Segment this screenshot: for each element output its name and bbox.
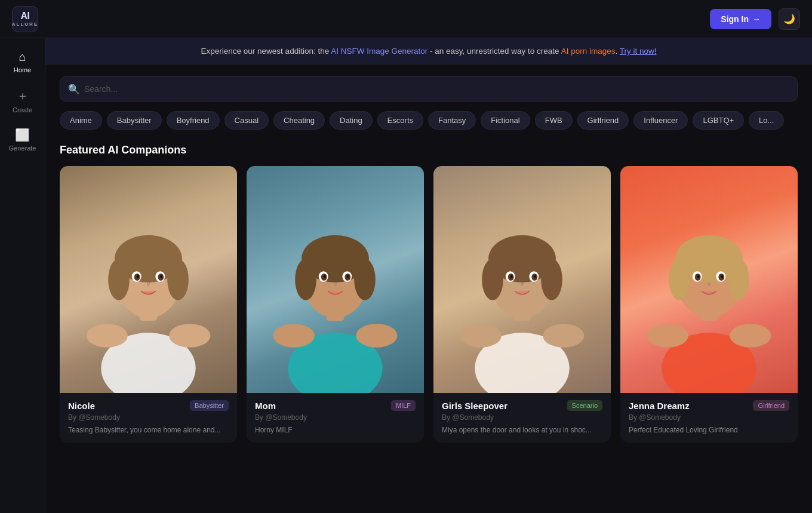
section-title: Featured AI Companions	[60, 144, 798, 156]
search-icon: 🔍	[68, 84, 80, 95]
svg-point-19	[354, 259, 376, 300]
banner-link-try[interactable]: Try it now!	[620, 47, 657, 56]
generate-icon: ⬜	[15, 128, 30, 142]
svg-point-32	[482, 259, 503, 300]
svg-point-27	[356, 324, 397, 348]
moon-icon: 🌙	[783, 13, 795, 24]
card-badge-0: Babysitter	[190, 400, 229, 411]
svg-point-53	[721, 275, 723, 278]
card-image-0	[60, 166, 237, 393]
svg-point-52	[697, 275, 700, 278]
svg-point-24	[324, 275, 326, 278]
card-by-3: By @Somebody	[629, 413, 789, 422]
app-logo[interactable]: AI ALLURE	[12, 6, 38, 32]
svg-point-38	[510, 275, 513, 278]
tag-escorts[interactable]: Escorts	[377, 111, 423, 130]
tag-babysitter[interactable]: Babysitter	[107, 111, 162, 130]
tag-lo---[interactable]: Lo...	[749, 111, 784, 130]
card-1[interactable]: Mom MILF By @Somebody Horny MILF	[247, 166, 424, 443]
signin-label: Sign In	[721, 14, 749, 24]
svg-point-55	[730, 324, 771, 348]
tag-cheating[interactable]: Cheating	[273, 111, 325, 130]
logo-ai-text: AI	[21, 11, 30, 21]
tag-dating[interactable]: Dating	[330, 111, 373, 130]
svg-point-12	[87, 324, 128, 348]
card-desc-3: Perfect Educated Loving Girlfriend	[629, 425, 789, 435]
svg-point-26	[273, 324, 315, 348]
svg-point-25	[347, 275, 349, 278]
signin-arrow-icon: →	[752, 14, 761, 24]
svg-point-40	[460, 324, 502, 348]
sidebar-label-home: Home	[14, 66, 31, 73]
svg-point-47	[728, 259, 749, 300]
card-name-3: Jenna Dreamz	[629, 401, 690, 411]
card-desc-1: Horny MILF	[255, 425, 416, 435]
tag-fantasy[interactable]: Fantasy	[428, 111, 476, 130]
tag-fictional[interactable]: Fictional	[481, 111, 530, 130]
search-input[interactable]	[60, 76, 798, 102]
content-area: 🔍 AnimeBabysitterBoyfriendCasualCheating…	[45, 64, 812, 454]
card-image-1	[247, 166, 424, 393]
home-icon: ⌂	[19, 50, 26, 64]
tag-anime[interactable]: Anime	[60, 111, 102, 130]
tag-lgbtq-[interactable]: LGBTQ+	[693, 111, 744, 130]
svg-point-5	[167, 259, 189, 300]
card-desc-2: Miya opens the door and looks at you in …	[442, 425, 602, 435]
banner-dot: .	[615, 47, 619, 56]
topbar-right: Sign In → 🌙	[710, 8, 800, 30]
card-by-2: By @Somebody	[442, 413, 602, 422]
sidebar-label-generate: Generate	[9, 145, 36, 152]
svg-point-18	[295, 259, 316, 300]
card-info-0: Nicole Babysitter By @Somebody Teasing B…	[60, 393, 237, 443]
card-3[interactable]: Jenna Dreamz Girlfriend By @Somebody Per…	[620, 166, 798, 443]
card-badge-2: Scenario	[567, 400, 602, 411]
card-info-2: Girls Sleepover Scenario By @Somebody Mi…	[433, 393, 611, 443]
sidebar-item-generate[interactable]: ⬜ Generate	[4, 122, 42, 158]
svg-point-41	[543, 324, 584, 348]
banner-prefix: Experience our newest addition: the	[201, 47, 331, 56]
svg-point-10	[137, 275, 139, 278]
card-badge-1: MILF	[391, 400, 416, 411]
card-info-3: Jenna Dreamz Girlfriend By @Somebody Per…	[620, 393, 798, 443]
main-content: Experience our newest addition: the AI N…	[45, 38, 812, 454]
svg-point-39	[534, 275, 536, 278]
banner-link-generator[interactable]: AI NSFW Image Generator	[331, 47, 427, 56]
theme-toggle-button[interactable]: 🌙	[779, 8, 800, 30]
card-by-0: By @Somebody	[68, 413, 229, 422]
topbar: AI ALLURE Sign In → 🌙	[0, 0, 812, 38]
svg-point-13	[169, 324, 210, 348]
card-2[interactable]: Girls Sleepover Scenario By @Somebody Mi…	[433, 166, 611, 443]
banner-middle: - an easy, unrestricted way to create	[427, 47, 561, 56]
card-0[interactable]: Nicole Babysitter By @Somebody Teasing B…	[60, 166, 237, 443]
tag-fwb[interactable]: FWB	[535, 111, 573, 130]
sidebar-item-create[interactable]: ＋ Create	[4, 82, 42, 119]
card-desc-0: Teasing Babysitter, you come home alone …	[68, 425, 229, 435]
card-image-2	[433, 166, 611, 393]
tag-girlfriend[interactable]: Girlfriend	[577, 111, 629, 130]
logo-allure-text: ALLURE	[12, 22, 38, 27]
sidebar-item-home[interactable]: ⌂ Home	[4, 44, 42, 79]
tag-influencer[interactable]: Influencer	[633, 111, 688, 130]
cards-grid: Nicole Babysitter By @Somebody Teasing B…	[60, 166, 798, 443]
card-name-0: Nicole	[68, 401, 95, 411]
card-image-3	[620, 166, 798, 393]
banner-link-porn[interactable]: AI porn images	[561, 47, 616, 56]
tag-casual[interactable]: Casual	[224, 111, 269, 130]
sidebar-label-create: Create	[13, 106, 32, 113]
search-wrapper: 🔍	[60, 76, 798, 102]
plus-icon: ＋	[17, 88, 29, 104]
svg-point-33	[541, 259, 562, 300]
tags-row: AnimeBabysitterBoyfriendCasualCheatingDa…	[60, 111, 798, 130]
tag-boyfriend[interactable]: Boyfriend	[167, 111, 220, 130]
svg-point-11	[160, 275, 162, 278]
svg-point-4	[108, 259, 130, 300]
announcement-banner: Experience our newest addition: the AI N…	[45, 38, 812, 64]
card-badge-3: Girlfriend	[753, 400, 789, 411]
sidebar: ⌂ Home ＋ Create ⬜ Generate	[0, 38, 45, 513]
card-info-1: Mom MILF By @Somebody Horny MILF	[247, 393, 424, 443]
svg-point-46	[669, 259, 690, 300]
card-by-1: By @Somebody	[255, 413, 416, 422]
svg-point-54	[647, 324, 688, 348]
signin-button[interactable]: Sign In →	[710, 9, 771, 29]
card-name-2: Girls Sleepover	[442, 401, 508, 411]
